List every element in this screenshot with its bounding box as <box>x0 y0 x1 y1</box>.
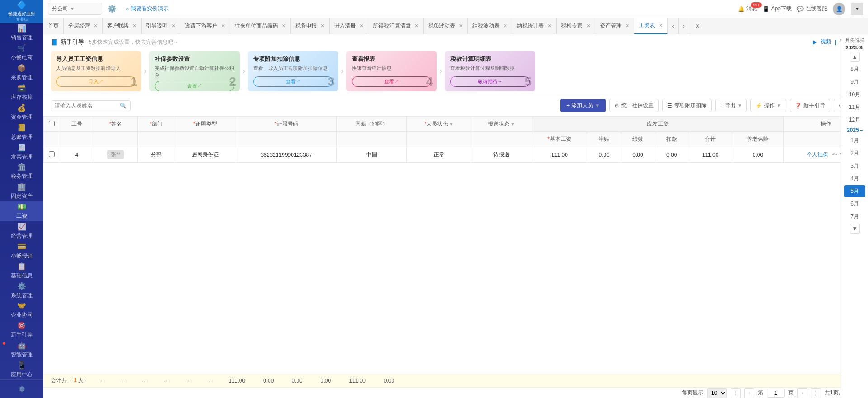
tab-tax-stats-close[interactable]: ✕ <box>547 23 552 28</box>
sidebar-item-expense[interactable]: 💳 小畅报销 <box>0 241 43 261</box>
operations-btn[interactable]: ⚡ 操作 ▼ <box>750 99 786 112</box>
tab-clearance-close[interactable]: ✕ <box>359 23 363 28</box>
page-input[interactable] <box>767 389 785 398</box>
mp-month-7[interactable]: 7月 <box>844 211 865 222</box>
prev-page-btn[interactable]: ‹ <box>744 388 754 398</box>
unified-settings-btn[interactable]: ⚙ 统一社保设置 <box>609 99 659 112</box>
search-icon[interactable]: 🔍 <box>120 103 127 109</box>
user-menu-btn[interactable]: ▼ <box>851 3 863 15</box>
tab-next-btn[interactable]: › <box>679 18 689 34</box>
mp-month-4[interactable]: 4月 <box>844 173 865 184</box>
sidebar-item-collab[interactable]: 🤝 企业协同 <box>0 300 43 320</box>
special-deduction-btn[interactable]: ☰ 专项附加扣除 <box>662 99 712 112</box>
tab-customer[interactable]: 客户联络 ✕ <box>103 18 142 34</box>
last-page-btn[interactable]: ⟩ <box>811 388 821 398</box>
tab-tax-wave[interactable]: 纳税波动表 ✕ <box>468 18 512 34</box>
tab-asset-mgmt-close[interactable]: ✕ <box>625 23 629 28</box>
sidebar-item-appcenter[interactable]: 📱 应用中心 <box>0 360 43 380</box>
tab-hierarchy-close[interactable]: ✕ <box>94 23 98 28</box>
app-download-btn[interactable]: 📱 App下载 <box>763 5 792 13</box>
report-filter-icon[interactable]: ▼ <box>510 122 515 126</box>
settings-btn[interactable]: ⚙️ <box>106 3 118 15</box>
tab-home[interactable]: 首页 <box>43 18 64 34</box>
new-guide-btn[interactable]: ❓ 新手引导 <box>790 99 830 112</box>
tab-clearance[interactable]: 进入清册 ✕ <box>330 18 368 34</box>
tab-tax-stats-label: 纳税统计表 <box>517 22 544 30</box>
sidebar-item-ai[interactable]: 🤖 智能管理 <box>0 340 43 360</box>
mp-up-btn[interactable]: ▲ <box>850 52 860 62</box>
sidebar-item-tax[interactable]: 🏛️ 税务管理 <box>0 162 43 182</box>
page-size-select[interactable]: 10 20 50 <box>707 388 727 398</box>
online-service-btn[interactable]: 💬 在线客服 <box>797 5 827 13</box>
mp-month-5[interactable]: 5月 <box>844 185 865 197</box>
tab-tax-wave-close[interactable]: ✕ <box>503 23 507 28</box>
tab-salary-close[interactable]: ✕ <box>659 23 663 28</box>
mp-month-12[interactable]: 12月 <box>844 114 865 126</box>
sidebar-item-ecommerce[interactable]: 🛒 小畅电商 <box>0 43 43 63</box>
sidebar-item-finance[interactable]: 💰 资金管理 <box>0 102 43 122</box>
select-all-checkbox[interactable] <box>49 121 55 126</box>
mp-month-6[interactable]: 6月 <box>844 198 865 210</box>
tab-tax-report[interactable]: 税务申报 ✕ <box>291 18 330 34</box>
step3-btn[interactable]: 查看↗ <box>253 76 333 87</box>
messages-btn[interactable]: 🔔 消息 99+ <box>738 5 757 13</box>
tab-income-tax[interactable]: 所得税汇算清缴 ✕ <box>368 18 424 34</box>
tab-asset-mgmt[interactable]: 资产管理 ✕ <box>595 18 634 34</box>
tab-guide-close[interactable]: ✕ <box>171 23 175 28</box>
mp-month-8[interactable]: 8月 <box>844 63 865 75</box>
tab-invite[interactable]: 邀请下游客户 ✕ <box>180 18 230 34</box>
tab-customer-close[interactable]: ✕ <box>132 23 137 28</box>
tab-tax-expert-close[interactable]: ✕ <box>586 23 590 28</box>
tab-tax-burden-close[interactable]: ✕ <box>459 23 463 28</box>
tab-salary-table[interactable]: 工资表 ✕ <box>634 18 668 34</box>
sidebar-item-inventory[interactable]: 🗃️ 库存核算 <box>0 83 43 103</box>
step5-btn[interactable]: 敬请期待→ <box>450 76 530 87</box>
tab-guide[interactable]: 引导说明 ✕ <box>142 18 180 34</box>
first-page-btn[interactable]: ⟨ <box>731 388 741 398</box>
tab-tax-expert[interactable]: 税检专家 ✕ <box>557 18 595 34</box>
sidebar-item-newguide[interactable]: 🎯 新手引导 <box>0 320 43 340</box>
sidebar-item-ledger[interactable]: 📒 总账管理 <box>0 122 43 142</box>
tab-hierarchy[interactable]: 分层经营 ✕ <box>64 18 103 34</box>
step2-btn[interactable]: 设置↗ <box>155 81 234 91</box>
mp-month-3[interactable]: 3月 <box>844 160 865 172</box>
row-checkbox[interactable] <box>49 151 55 157</box>
action-personal-insurance[interactable]: 个人社保 <box>807 151 828 158</box>
tab-tax-stats[interactable]: 纳税统计表 ✕ <box>512 18 557 34</box>
sidebar-item-invoice[interactable]: 🧾 发票管理 <box>0 142 43 162</box>
mp-month-9[interactable]: 9月 <box>844 76 865 88</box>
mp-month-11[interactable]: 11月 <box>844 101 865 113</box>
sidebar-item-basic-info[interactable]: 📋 基础信息 <box>0 261 43 281</box>
tab-tax-burden[interactable]: 税负波动表 ✕ <box>424 18 468 34</box>
tab-close-all-btn[interactable]: ✕ <box>689 18 706 34</box>
step1-btn[interactable]: 导入↗ <box>56 76 136 87</box>
tab-product-code[interactable]: 往来单位商品编码 ✕ <box>230 18 291 34</box>
sidebar-item-salary[interactable]: 💵 工资 <box>0 201 43 221</box>
sidebar-item-operations[interactable]: 📈 经营管理 <box>0 221 43 241</box>
export-btn[interactable]: ↑ 导出 ▼ <box>715 99 747 112</box>
sidebar-settings-btn[interactable]: ⚙️ <box>0 379 43 398</box>
sidebar-item-assets[interactable]: 🏢 固定资产 <box>0 182 43 201</box>
sidebar-item-system[interactable]: ⚙️ 系统管理 <box>0 281 43 300</box>
mp-month-1[interactable]: 1月 <box>844 135 865 146</box>
company-dropdown[interactable]: 分公司 ▼ <box>48 3 102 15</box>
demo-btn[interactable]: ○ 我要看实例演示 <box>122 3 172 14</box>
status-filter-icon[interactable]: ▼ <box>449 122 453 126</box>
tab-income-tax-close[interactable]: ✕ <box>415 23 419 28</box>
sidebar-item-purchase[interactable]: 📦 采购管理 <box>0 63 43 83</box>
mp-down-btn[interactable]: ▼ <box>850 224 860 234</box>
step4-btn[interactable]: 查看↗ <box>352 76 431 87</box>
mp-month-10[interactable]: 10月 <box>844 89 865 100</box>
tab-product-code-close[interactable]: ✕ <box>282 23 286 28</box>
tab-invite-close[interactable]: ✕ <box>221 23 225 28</box>
tab-tax-report-close[interactable]: ✕ <box>321 23 325 28</box>
search-input[interactable] <box>55 103 118 109</box>
video-label[interactable]: 视频 <box>821 38 831 46</box>
next-page-btn[interactable]: › <box>797 388 807 398</box>
sidebar-item-sales[interactable]: 📊 销售管理 <box>0 23 43 43</box>
user-avatar[interactable]: 👤 <box>833 3 845 15</box>
mp-month-2[interactable]: 2月 <box>844 147 865 159</box>
tab-prev-btn[interactable]: ‹ <box>668 18 679 34</box>
action-edit-icon[interactable]: ✏ <box>832 151 837 158</box>
add-person-btn[interactable]: + 添加人员 ▼ <box>560 99 606 112</box>
